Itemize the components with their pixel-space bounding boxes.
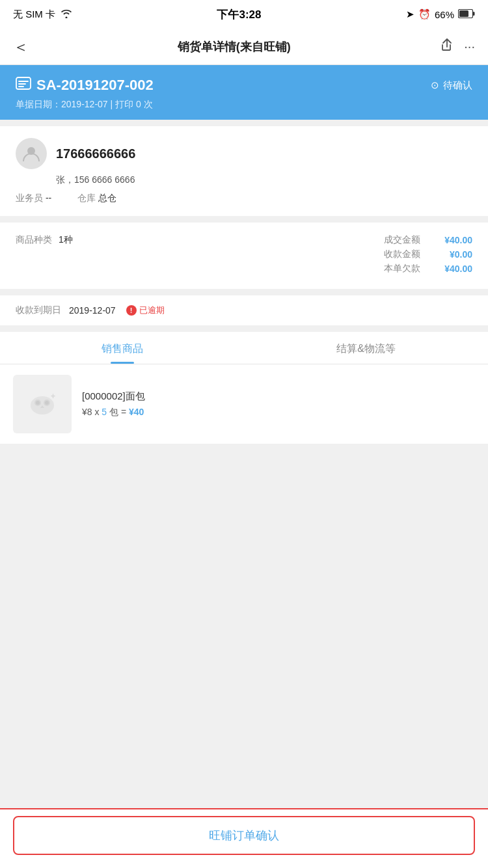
total-separator: = [121, 407, 129, 417]
due-date-value: 2019-12-07 [69, 305, 116, 316]
status-time: 下午3:28 [217, 7, 261, 22]
tab-sales-product[interactable]: 销售商品 [0, 332, 244, 364]
warehouse-label: 仓库 [77, 193, 96, 203]
carrier-text: 无 SIM 卡 [13, 8, 55, 21]
product-total: ¥40 [129, 407, 144, 417]
page-title: 销货单详情(来自旺铺) [178, 39, 291, 55]
svg-rect-1 [472, 12, 474, 16]
due-section: 收款到期日 2019-12-07 ! 已逾期 [0, 295, 488, 325]
received-label: 收款金额 [384, 249, 420, 260]
category-label: 商品种类 [16, 234, 52, 245]
due-label: 收款到期日 [16, 305, 61, 316]
order-id-text: SA-20191207-002 [36, 77, 154, 94]
status-left: 无 SIM 卡 [13, 8, 72, 21]
order-status: ⊙ 待确认 [431, 79, 472, 92]
tab-settlement[interactable]: 结算&物流等 [244, 332, 488, 364]
confirm-button[interactable]: 旺铺订单确认 [13, 816, 475, 855]
status-clock-icon: ⊙ [431, 79, 439, 91]
wifi-icon [61, 9, 72, 20]
price-value: ¥8 [82, 407, 92, 417]
order-date: 单据日期：2019-12-07 | 打印 0 次 [16, 99, 472, 111]
owed-row: 本单欠款 ¥40.00 [384, 263, 472, 275]
svg-rect-3 [16, 77, 31, 89]
warehouse-item: 仓库 总仓 [77, 193, 116, 204]
summary-right: 成交金额 ¥40.00 收款金额 ¥0.00 本单欠款 ¥40.00 [384, 234, 472, 277]
product-qty: 5 [102, 407, 107, 417]
customer-row: 17666666666 [16, 138, 472, 169]
product-item: + [0000002]面包 ¥8 x 5 包 = ¥40 [13, 375, 475, 433]
nav-actions: ··· [439, 38, 475, 55]
status-right: ➤ ⏰ 66% [406, 8, 475, 20]
summary-section: 商品种类 1种 成交金额 ¥40.00 收款金额 ¥0.00 本单欠款 ¥40.… [0, 223, 488, 289]
product-price: ¥8 x 5 包 = ¥40 [82, 407, 475, 418]
amount-row: 成交金额 ¥40.00 [384, 234, 472, 246]
customer-section: 17666666666 张，156 6666 6666 业务员 -- 仓库 总仓 [0, 126, 488, 216]
product-info: [0000002]面包 ¥8 x 5 包 = ¥40 [82, 390, 475, 418]
order-banner-top: SA-20191207-002 ⊙ 待确认 [16, 77, 472, 94]
product-thumbnail: + [13, 375, 72, 433]
bottom-bar: 旺铺订单确认 [0, 808, 488, 868]
status-bar: 无 SIM 卡 下午3:28 ➤ ⏰ 66% [0, 0, 488, 29]
received-value: ¥0.00 [427, 249, 472, 260]
order-icon [16, 77, 31, 94]
amount-label: 成交金额 [384, 234, 420, 246]
nav-bar: ＜ 销货单详情(来自旺铺) ··· [0, 29, 488, 65]
svg-point-9 [45, 401, 49, 405]
svg-point-8 [36, 401, 40, 405]
alarm-icon: ⏰ [418, 8, 431, 20]
product-section: + [0000002]面包 ¥8 x 5 包 = ¥40 [0, 364, 488, 444]
svg-text:+: + [51, 392, 55, 401]
battery-icon [458, 9, 475, 20]
sales-value: -- [46, 193, 51, 203]
more-icon[interactable]: ··· [464, 39, 475, 54]
sales-label: 业务员 [16, 193, 43, 203]
category-value: 1种 [59, 234, 73, 245]
status-text: 待确认 [443, 79, 472, 92]
overdue-text: 已逾期 [139, 305, 165, 316]
overdue-badge: ! 已逾期 [126, 305, 165, 316]
sales-person-item: 业务员 -- [16, 193, 51, 204]
owed-label: 本单欠款 [384, 263, 420, 275]
product-unit: 包 [109, 407, 118, 417]
warehouse-value: 总仓 [98, 193, 116, 203]
received-row: 收款金额 ¥0.00 [384, 249, 472, 260]
avatar [16, 138, 47, 169]
tab-sales-label: 销售商品 [102, 343, 143, 354]
order-id: SA-20191207-002 [16, 77, 154, 94]
customer-phone: 17666666666 [56, 146, 135, 161]
battery-text: 66% [435, 9, 454, 20]
tab-settlement-label: 结算&物流等 [336, 343, 396, 354]
tabs-section: 销售商品 结算&物流等 [0, 332, 488, 364]
svg-rect-2 [459, 10, 468, 17]
back-button[interactable]: ＜ [13, 36, 29, 57]
empty-area [0, 444, 488, 587]
customer-name: 张，156 6666 6666 [16, 174, 472, 186]
location-icon: ➤ [406, 8, 414, 20]
share-icon[interactable] [439, 38, 454, 55]
product-name: [0000002]面包 [82, 390, 475, 403]
owed-value: ¥40.00 [427, 264, 472, 274]
price-separator: x [94, 407, 102, 417]
amount-value: ¥40.00 [427, 235, 472, 245]
order-banner: SA-20191207-002 ⊙ 待确认 单据日期：2019-12-07 | … [0, 65, 488, 120]
summary-left: 商品种类 1种 [16, 234, 73, 246]
customer-meta: 业务员 -- 仓库 总仓 [16, 193, 472, 204]
overdue-icon: ! [126, 305, 137, 316]
